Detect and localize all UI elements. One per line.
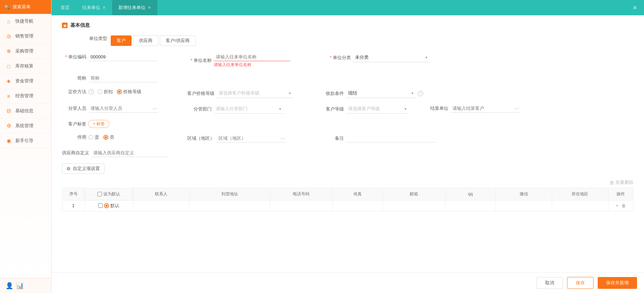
unit-type-group: 客户 供应商 客户/供应商	[111, 35, 196, 46]
manager-input[interactable]	[88, 104, 151, 112]
manager-label: 分管人员	[62, 105, 86, 112]
close-partners-tab[interactable]: ✕	[102, 5, 106, 10]
wechat-input[interactable]	[510, 203, 538, 208]
add-row-btn[interactable]: +	[616, 203, 618, 208]
home-icon: ⌂	[6, 18, 12, 24]
save-new-button[interactable]: 保存并新增	[598, 277, 637, 289]
payment-terms-help[interactable]: ?	[418, 91, 423, 96]
sidebar-item-system[interactable]: ⚙ 系统管理	[0, 119, 51, 133]
pricing-method-label: 定价方法	[62, 89, 86, 95]
col-fax: 传真	[332, 188, 383, 201]
unit-code-input[interactable]	[88, 53, 158, 61]
cell-phone[interactable]	[270, 200, 332, 211]
settings-gear-icon: ⚙	[66, 166, 71, 171]
basic-info-icon: ⊟	[6, 108, 12, 114]
unit-btn-supplier[interactable]: 供应商	[133, 35, 158, 46]
save-button[interactable]: 保存	[567, 277, 594, 289]
add-tag-button[interactable]: + 标签	[88, 120, 109, 128]
settlement-unit-input[interactable]	[450, 104, 513, 112]
cell-address[interactable]	[189, 200, 270, 211]
sidebar-item-purchase[interactable]: ⊕ 采购管理	[0, 44, 51, 59]
tab-partners[interactable]: 往来单位 ✕	[76, 0, 112, 15]
pricing-discount-circle	[97, 89, 102, 94]
cell-fax[interactable]	[332, 200, 383, 211]
region-input[interactable]	[217, 134, 279, 142]
close-new-partner-tab[interactable]: ✕	[148, 5, 151, 10]
unit-category-arrow: ▾	[425, 55, 427, 60]
select-all-checkbox[interactable]	[97, 192, 102, 196]
manager-more-btn[interactable]: ···	[151, 106, 158, 111]
short-name-input[interactable]	[88, 74, 158, 82]
tab-home[interactable]: 首页	[54, 0, 76, 15]
unit-btn-customer[interactable]: 客户	[111, 35, 132, 46]
sidebar-search[interactable]: 🔍 搜索菜单	[0, 0, 51, 14]
department-group: 分管部门 请输入分管部门 ▾	[187, 104, 320, 114]
code-name-row: 单位编码 单位名称 请输入往来单位名称 单位分类 未分类 ▾	[62, 53, 634, 68]
col-wechat: 微信	[496, 188, 552, 201]
region-more-btn[interactable]: ···	[279, 136, 286, 141]
col-default: 设为默认	[85, 188, 133, 200]
customer-level-arrow: ▾	[405, 107, 407, 111]
tab-new-partner[interactable]: 新增往来单位 ✕	[112, 0, 157, 15]
region-cell-input[interactable]	[566, 203, 594, 208]
pricing-help-icon[interactable]: ?	[88, 89, 94, 95]
supplier-custom-input[interactable]	[91, 149, 168, 157]
unit-btn-both[interactable]: 客户/供应商	[160, 35, 196, 46]
region-input-group: ···	[217, 134, 286, 143]
department-label: 分管部门	[187, 106, 212, 112]
sidebar-item-finance[interactable]: ◈ 资金管理	[0, 74, 51, 89]
pricing-method-group: 定价方法 ? 折扣 价格等级	[62, 89, 187, 95]
department-dropdown[interactable]: 请输入分管部门 ▾	[214, 104, 283, 114]
batch-delete-label[interactable]: 批量删除	[615, 179, 634, 186]
contact-input[interactable]	[147, 203, 175, 208]
pricing-level-radio[interactable]: 价格等级	[117, 89, 141, 95]
remarks-input[interactable]	[346, 134, 437, 143]
sidebar-item-basic-info[interactable]: ⊟ 基础信息	[0, 104, 51, 119]
cell-contact[interactable]	[133, 200, 189, 211]
cell-wechat[interactable]	[496, 200, 552, 211]
address-input[interactable]	[209, 203, 251, 208]
cell-qq[interactable]	[445, 200, 496, 211]
col-region: 所在地区	[552, 188, 608, 201]
pricing-discount-radio[interactable]: 折扣	[97, 89, 113, 95]
cancel-button[interactable]: 取消	[536, 277, 563, 289]
unit-name-group: 单位名称 请输入往来单位名称	[187, 53, 327, 68]
settlement-more-btn[interactable]: ···	[513, 106, 520, 111]
manager-group: 分管人员 ···	[62, 104, 187, 113]
unit-name-input[interactable]	[214, 53, 290, 61]
contacts-table: 序号 设为默认 联系人 到货地址 电话号码 传真 邮箱 qq 微信 所在地区	[62, 188, 634, 211]
sidebar-item-inventory[interactable]: □ 库存核算	[0, 59, 51, 74]
contacts-table-section: 🗑 批量删除 序号 设为默认 联系人 到货地址 电话号码 传真	[62, 179, 634, 211]
customer-level-dropdown[interactable]: 请选择客户等级 ▾	[346, 104, 409, 114]
sidebar-item-operations[interactable]: ≡ 经营管理	[0, 89, 51, 104]
disabled-yes-radio[interactable]: 是	[88, 134, 99, 140]
custom-settings-button[interactable]: ⚙ 自定义项设置	[62, 163, 104, 174]
col-seq: 序号	[62, 188, 85, 201]
user-icon: 👤	[6, 282, 13, 290]
row-default-circle	[104, 203, 109, 208]
unit-category-dropdown[interactable]: 未分类 ▾	[353, 53, 430, 62]
payment-terms-dropdown[interactable]: 现结 ▾	[346, 89, 416, 98]
customer-price-level-dropdown[interactable]: 请选择客户价格等级 ▾	[217, 89, 293, 98]
col-action: 操作	[608, 188, 633, 201]
close-all-tabs[interactable]: ✕	[628, 5, 641, 11]
disabled-no-radio[interactable]: 否	[103, 134, 114, 140]
cell-region[interactable]	[552, 200, 608, 211]
phone-input[interactable]	[285, 203, 317, 208]
remarks-group: 备注	[320, 134, 634, 143]
disabled-label: 停用	[62, 134, 86, 140]
row-checkbox[interactable]	[98, 203, 103, 208]
form-footer: 取消 保存 保存并新增	[52, 272, 644, 293]
sidebar-item-quick-nav[interactable]: ⌂ 快捷导航	[0, 14, 51, 29]
col-contact: 联系人	[133, 188, 189, 201]
tags-row: 客户标签 + 标签	[62, 120, 634, 128]
cell-email[interactable]	[383, 200, 445, 211]
system-icon: ⚙	[6, 123, 12, 129]
sidebar-item-guide[interactable]: ◉ 新手引导	[0, 133, 51, 148]
row-default-radio[interactable]: 默认	[104, 203, 119, 209]
delete-row-btn[interactable]: 🗑	[622, 203, 626, 208]
fax-input[interactable]	[345, 203, 370, 208]
email-input[interactable]	[398, 203, 430, 208]
qq-input[interactable]	[458, 203, 482, 208]
sidebar-item-sales[interactable]: ◎ 销售管理	[0, 29, 51, 44]
